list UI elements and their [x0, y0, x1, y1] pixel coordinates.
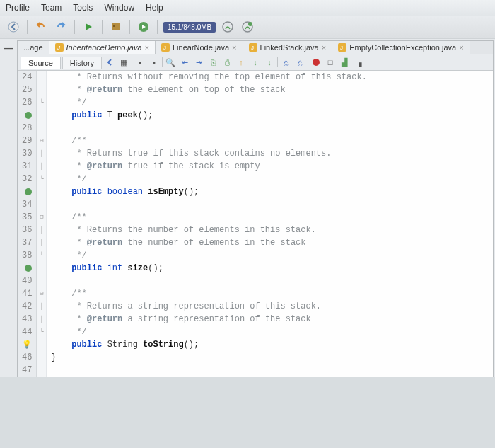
java-file-icon: J [161, 43, 170, 52]
back-icon[interactable] [6, 19, 21, 35]
subtab-history[interactable]: History [62, 57, 102, 69]
collapse-gutter[interactable]: — [0, 39, 17, 377]
editor-wrap: — ...age J InheritanceDemo.java × J Line… [0, 38, 495, 377]
java-file-icon: J [338, 43, 346, 52]
build-icon[interactable] [108, 19, 124, 35]
editor-subtabs: Source History ▦ ▪ ▪ 🔍 ⇤ ⇥ ⎘ ⎙ ↑ ↓ ↓ ⎌ ⎌… [18, 54, 493, 71]
close-icon[interactable]: × [145, 43, 149, 52]
nav-back-icon[interactable] [103, 56, 116, 69]
memory-indicator[interactable]: 15.1/848.0MB [163, 22, 216, 33]
tab-inheritancedemo[interactable]: J InheritanceDemo.java × [50, 41, 156, 54]
menu-window[interactable]: Window [104, 3, 134, 13]
tab-label: LinearNode.java [173, 43, 229, 52]
close-icon[interactable]: × [459, 43, 463, 52]
close-icon[interactable]: × [232, 43, 236, 52]
chart-icon[interactable]: ▟ [338, 56, 351, 69]
record-icon[interactable] [310, 56, 322, 69]
file-tabs: ...age J InheritanceDemo.java × J Linear… [18, 41, 493, 54]
tab-emptycollectionexception[interactable]: J EmptyCollectionException.java × [332, 41, 470, 54]
undo-icon[interactable] [33, 19, 49, 35]
close-icon[interactable]: × [322, 43, 326, 52]
java-file-icon: J [249, 43, 257, 52]
uncomment-icon[interactable]: ⎙ [221, 56, 233, 69]
svg-rect-1 [112, 23, 120, 30]
find-icon[interactable]: 🔍 [164, 56, 177, 69]
toolbar-icon[interactable]: ▪ [134, 56, 146, 69]
java-file-icon: J [55, 43, 64, 52]
line-number-gutter: 242526282930313234353637384041424344💡464… [18, 71, 37, 377]
menu-bar: Profile Team Tools Window Help [0, 0, 495, 16]
shift-right-icon[interactable]: ⇥ [192, 56, 205, 69]
redo-icon[interactable] [53, 19, 69, 35]
tab-overflow-label: ...age [23, 43, 43, 52]
menu-profile[interactable]: Profile [6, 3, 30, 13]
menu-team[interactable]: Team [41, 3, 62, 13]
editor-area: ...age J InheritanceDemo.java × J Linear… [17, 40, 494, 377]
svg-rect-2 [113, 25, 115, 27]
comment-icon[interactable]: ⎘ [206, 56, 219, 69]
tab-label: EmptyCollectionException.java [349, 43, 456, 52]
menu-help[interactable]: Help [146, 3, 163, 13]
down-icon[interactable]: ↓ [249, 56, 262, 69]
menu-tools[interactable]: Tools [73, 3, 93, 13]
run-icon[interactable] [81, 19, 96, 35]
tab-left-overflow[interactable]: ...age [18, 41, 50, 54]
tab-label: LinkedStack.java [260, 43, 319, 52]
stop-icon[interactable]: □ [324, 56, 337, 69]
source-text[interactable]: * Returns without removing the top eleme… [47, 71, 493, 377]
tab-linkedstack[interactable]: J LinkedStack.java × [243, 41, 333, 54]
toolbar-icon[interactable]: ▪ [148, 56, 161, 69]
bookmark-icon[interactable]: ⎌ [279, 56, 292, 69]
tab-linearnode[interactable]: J LinearNode.java × [156, 41, 243, 54]
bookmark2-icon[interactable]: ⎌ [293, 56, 306, 69]
main-toolbar: 15.1/848.0MB [0, 16, 495, 38]
gc2-icon[interactable] [240, 19, 255, 35]
fold-gutter[interactable]: └⊟││└⊟││└⊟││└ [37, 71, 47, 377]
svg-text:J: J [251, 45, 254, 51]
nav-fwd-icon[interactable]: ▦ [117, 56, 130, 69]
down2-icon[interactable]: ↓ [263, 56, 276, 69]
svg-point-0 [8, 22, 18, 32]
up-icon[interactable]: ↑ [235, 56, 248, 69]
svg-text:J: J [163, 45, 166, 51]
tab-label: InheritanceDemo.java [66, 43, 142, 52]
gc-icon[interactable] [220, 19, 235, 35]
svg-point-6 [248, 22, 252, 26]
subtab-source[interactable]: Source [21, 57, 61, 69]
shift-left-icon[interactable]: ⇤ [178, 56, 191, 69]
end-icon[interactable]: ▗ [352, 56, 365, 69]
svg-text:J: J [340, 45, 343, 51]
debug-icon[interactable] [136, 19, 151, 35]
code-editor[interactable]: 242526282930313234353637384041424344💡464… [18, 71, 493, 377]
